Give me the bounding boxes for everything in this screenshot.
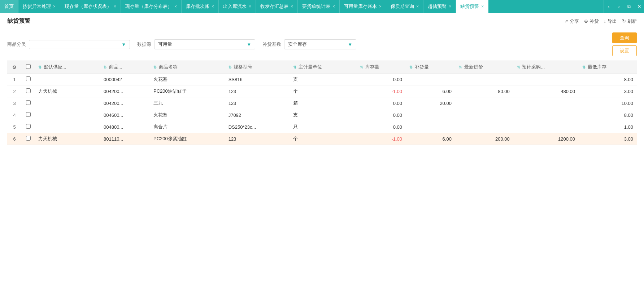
tab-next-button[interactable]: › [614, 0, 624, 13]
col-supplier[interactable]: ⇅ 默认供应... [35, 61, 100, 74]
col-est-purchase[interactable]: ⇅ 预计采购... [513, 61, 579, 74]
datasource-select[interactable]: 可用量 ▼ [154, 39, 255, 49]
datasource-chevron-icon: ▼ [247, 42, 251, 47]
tab-close-inventory-status[interactable]: × [114, 4, 116, 9]
row-checkbox-2[interactable] [22, 85, 35, 97]
tab-close-inout-flow[interactable]: × [249, 4, 251, 9]
row-num-5: 5 [7, 121, 22, 133]
tab-batch-account[interactable]: 库存批次账 × [182, 0, 219, 13]
export-button[interactable]: ↓ 导出 [604, 18, 617, 25]
row-replenish-qty-4 [406, 109, 455, 121]
tab-available-ledger[interactable]: 可用量库存账本 × [340, 0, 386, 13]
row-latest-price-4 [455, 109, 513, 121]
row-replenish-qty-3: 20.00 [406, 97, 455, 109]
tab-abnormal[interactable]: 拣货异常处理 × [18, 0, 60, 13]
row-select-checkbox-1[interactable] [26, 76, 31, 81]
category-filter-group: 商品分类 ▼ [7, 40, 130, 49]
col-unit[interactable]: ⇅ 主计量单位 [290, 61, 356, 74]
row-supplier-4 [35, 109, 100, 121]
col-latest-price[interactable]: ⇅ 最新进价 [455, 61, 513, 74]
row-stock-4: 0.00 [356, 109, 406, 121]
tab-shortage[interactable]: 缺货预警 × [456, 0, 488, 13]
replenish-button[interactable]: ⊕ 补货 [584, 18, 599, 25]
row-est-purchase-5 [513, 121, 579, 133]
refresh-button[interactable]: ↻ 刷新 [622, 18, 637, 25]
settings-button[interactable]: 设置 [612, 45, 637, 56]
tab-close-inventory-dist[interactable]: × [174, 4, 177, 9]
row-product-name-1: 火花塞 [150, 74, 225, 85]
row-replenish-qty-1 [406, 74, 455, 85]
row-select-checkbox-3[interactable] [26, 100, 31, 105]
row-spec-2: 123 [225, 85, 290, 97]
tab-collect-summary[interactable]: 收发存汇总表 × [256, 0, 298, 13]
page-content: 缺货预警 ↗ 分享 ⊕ 补货 ↓ 导出 ↻ 刷新 商品分类 [0, 13, 644, 287]
tab-window-button[interactable]: ⧉ [624, 0, 634, 13]
tab-close-purchase-stat[interactable]: × [332, 4, 335, 9]
filter-area: 商品分类 ▼ 数据源 可用量 ▼ 补货基数 安全库存 ▼ 查询 设置 [0, 28, 644, 61]
share-button[interactable]: ↗ 分享 [564, 18, 579, 25]
row-product-name-3: 三九 [150, 97, 225, 109]
row-spec-3: 123 [225, 97, 290, 109]
row-num-4: 4 [7, 109, 22, 121]
row-select-checkbox-5[interactable] [26, 124, 31, 129]
sort-spec-icon: ⇅ [229, 65, 232, 70]
tab-home[interactable]: 首页 [0, 0, 18, 13]
col-settings[interactable]: ⚙ [7, 61, 22, 74]
gear-icon: ⚙ [12, 65, 17, 70]
row-checkbox-5[interactable] [22, 121, 35, 133]
row-product-code-4: 004600... [100, 109, 150, 121]
row-min-stock-5: 1.00 [579, 121, 637, 133]
sort-stock-icon: ⇅ [360, 65, 363, 70]
tab-close-overstock[interactable]: × [449, 4, 451, 9]
tab-close-available-ledger[interactable]: × [379, 4, 382, 9]
tab-close-collect-summary[interactable]: × [291, 4, 293, 9]
row-checkbox-3[interactable] [22, 97, 35, 109]
row-select-checkbox-4[interactable] [26, 112, 31, 117]
tab-prev-button[interactable]: ‹ [604, 0, 614, 13]
tab-purchase-stat[interactable]: 要货单统计表 × [298, 0, 340, 13]
row-spec-5: DS250*23c... [225, 121, 290, 133]
row-product-code-6: 801110... [100, 133, 150, 145]
col-replenish-qty[interactable]: ⇅ 补货量 [406, 61, 455, 74]
share-icon: ↗ [564, 18, 568, 24]
tab-overstock[interactable]: 超储预警 × [423, 0, 456, 13]
query-btn-group: 查询 设置 [612, 32, 637, 56]
col-stock[interactable]: ⇅ 库存量 [356, 61, 406, 74]
row-product-code-5: 004800... [100, 121, 150, 133]
refresh-icon: ↻ [622, 18, 626, 24]
replenish-base-select[interactable]: 安全库存 ▼ [284, 39, 356, 49]
page-title: 缺货预警 [7, 17, 30, 25]
col-min-stock[interactable]: ⇅ 最低库存 [579, 61, 637, 74]
tab-close-expiry-query[interactable]: × [416, 4, 419, 9]
row-select-checkbox-2[interactable] [26, 88, 31, 93]
row-latest-price-5 [455, 121, 513, 133]
row-checkbox-6[interactable] [22, 133, 35, 145]
tab-inventory-status[interactable]: 现存量（库存状况表） × [60, 0, 121, 13]
tab-nav-buttons: ‹ › ⧉ ✕ [604, 0, 644, 13]
replenish-base-chevron-icon: ▼ [348, 42, 352, 47]
export-icon: ↓ [604, 18, 606, 24]
row-stock-6: -1.00 [356, 133, 406, 145]
row-checkbox-4[interactable] [22, 109, 35, 121]
row-select-checkbox-6[interactable] [26, 136, 31, 141]
category-select[interactable]: ▼ [29, 40, 130, 49]
col-spec[interactable]: ⇅ 规格型号 [225, 61, 290, 74]
tab-inventory-dist[interactable]: 现存量（库存分布表） × [121, 0, 182, 13]
select-all-checkbox[interactable] [26, 64, 31, 69]
sort-supplier-icon: ⇅ [38, 65, 42, 70]
tab-close-shortage[interactable]: × [481, 4, 484, 9]
table-header-row: ⚙ ⇅ 默认供应... ⇅ 商品... ⇅ 商品名称 [7, 61, 637, 74]
tab-close-all-button[interactable]: ✕ [634, 0, 644, 13]
row-est-purchase-1 [513, 74, 579, 85]
row-num-2: 2 [7, 85, 22, 97]
sort-min-icon: ⇅ [582, 65, 586, 70]
col-product-code[interactable]: ⇅ 商品... [100, 61, 150, 74]
replenish-base-label: 补货基数 [262, 41, 281, 48]
row-checkbox-1[interactable] [22, 74, 35, 85]
tab-inout-flow[interactable]: 出入库流水 × [219, 0, 256, 13]
col-product-name[interactable]: ⇅ 商品名称 [150, 61, 225, 74]
tab-close-abnormal[interactable]: × [53, 4, 56, 9]
tab-expiry-query[interactable]: 保质期查询 × [386, 0, 423, 13]
query-button[interactable]: 查询 [612, 32, 637, 43]
tab-close-batch-account[interactable]: × [212, 4, 214, 9]
